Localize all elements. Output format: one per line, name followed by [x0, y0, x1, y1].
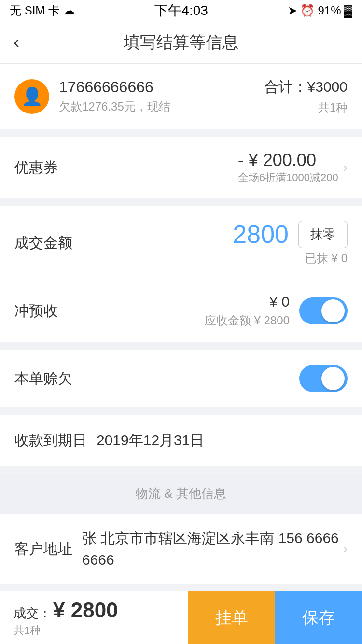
coupon-chevron-icon: ›: [343, 160, 348, 175]
total-amount: 合计：¥3000: [264, 77, 348, 97]
address-chevron-icon: ›: [343, 541, 348, 557]
prepay-amount: ¥ 0: [269, 294, 290, 310]
prepay-right: ¥ 0 应收金额 ¥ 2800: [205, 294, 348, 328]
debt-label: 本单赊欠: [14, 369, 72, 389]
avatar: 👤: [14, 79, 49, 114]
coupon-right: - ¥ 200.00 全场6折满1000减200 ›: [238, 150, 348, 185]
prepay-values: ¥ 0 应收金额 ¥ 2800: [205, 294, 290, 328]
status-time: 下午4:03: [154, 1, 208, 20]
location-icon: ➤: [288, 4, 297, 17]
coupon-amount: - ¥ 200.00: [238, 150, 338, 170]
back-button[interactable]: ‹: [14, 32, 19, 53]
debt-toggle-knob: [321, 367, 345, 390]
sim-status: 无 SIM 卡 ☁: [10, 3, 75, 18]
logistics-title: 物流 & 其他信息: [128, 485, 234, 502]
deal-amount-section: 成交金额 2800 抹零 已抹 ¥ 0 冲预收 ¥ 0 应收金额 ¥ 2800: [0, 206, 362, 342]
customer-left: 👤 17666666666 欠款1276.35元，现结: [14, 78, 170, 114]
status-left: 无 SIM 卡 ☁: [10, 3, 75, 18]
status-bar: 无 SIM 卡 ☁ 下午4:03 ➤ ⏰ 91% ▓: [0, 0, 362, 21]
due-date-row: 收款到期日 2019年12月31日: [0, 415, 362, 466]
deal-amount-label: 成交金额: [14, 233, 72, 253]
deal-sub-text: 已抹 ¥ 0: [305, 251, 348, 266]
nav-bar: ‹ 填写结算等信息: [0, 21, 362, 64]
alarm-icon: ⏰: [300, 4, 315, 17]
round-zero-button[interactable]: 抹零: [298, 221, 348, 248]
bottom-left: 成交： ¥ 2800 共1种: [0, 598, 188, 638]
coupon-row[interactable]: 优惠券 - ¥ 200.00 全场6折满1000减200 ›: [0, 137, 362, 198]
avatar-icon: 👤: [21, 86, 43, 107]
customer-info: 17666666666 欠款1276.35元，现结: [59, 78, 170, 114]
deal-amount-value: 2800: [233, 220, 289, 249]
due-date-value: 2019年12月31日: [97, 431, 204, 450]
hang-order-button[interactable]: 挂单: [188, 591, 275, 644]
bottom-amount: ¥ 2800: [53, 598, 118, 622]
save-button[interactable]: 保存: [275, 591, 362, 644]
toggle-knob: [321, 299, 345, 322]
status-right: ➤ ⏰ 91% ▓: [288, 4, 352, 17]
bottom-bar: 成交： ¥ 2800 共1种 挂单 保存: [0, 591, 362, 644]
deal-amount-row: 成交金额 2800 抹零 已抹 ¥ 0: [0, 206, 362, 280]
page-title: 填写结算等信息: [124, 31, 238, 54]
coupon-desc: 全场6折满1000减200: [238, 170, 338, 185]
due-date-label: 收款到期日: [14, 431, 87, 450]
address-label: 客户地址: [14, 539, 72, 559]
address-row[interactable]: 客户地址 张 北京市市辖区海淀区永丰南 156 6666 6666 ›: [0, 514, 362, 584]
customer-card: 👤 17666666666 欠款1276.35元，现结 合计：¥3000 共1种: [0, 64, 362, 129]
total-count: 共1种: [264, 100, 348, 115]
battery-icon: ▓: [344, 4, 353, 17]
debt-toggle[interactable]: [299, 365, 348, 392]
customer-right: 合计：¥3000 共1种: [264, 77, 348, 115]
deal-amount-right: 2800 抹零 已抹 ¥ 0: [233, 220, 348, 266]
content: 👤 17666666666 欠款1276.35元，现结 合计：¥3000 共1种…: [0, 64, 362, 644]
customer-debt: 欠款1276.35元，现结: [59, 99, 170, 114]
prepay-row: 冲预收 ¥ 0 应收金额 ¥ 2800: [0, 280, 362, 342]
battery-text: 91%: [318, 4, 341, 17]
prepay-receivable: 应收金额 ¥ 2800: [205, 313, 290, 328]
coupon-info: - ¥ 200.00 全场6折满1000减200: [238, 150, 338, 185]
logistics-header: 物流 & 其他信息: [0, 474, 362, 514]
prepay-label: 冲预收: [14, 301, 58, 321]
customer-phone: 17666666666: [59, 78, 170, 96]
address-content: 张 北京市市辖区海淀区永丰南 156 6666 6666: [82, 527, 343, 571]
deal-amount-value-row: 2800 抹零: [233, 220, 348, 249]
bottom-count: 共1种: [14, 623, 175, 638]
debt-row: 本单赊欠: [0, 350, 362, 407]
prepay-toggle[interactable]: [299, 297, 348, 324]
coupon-label: 优惠券: [14, 158, 58, 178]
bottom-deal-label: 成交：: [14, 605, 51, 622]
